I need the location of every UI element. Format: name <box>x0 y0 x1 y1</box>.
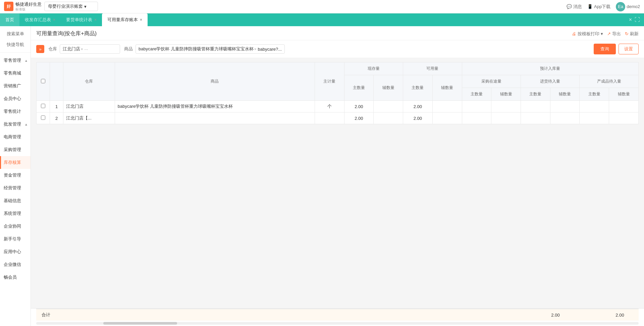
user-menu[interactable]: Ea demo2 <box>616 2 640 11</box>
th-current-stock: 现存量 <box>344 62 403 75</box>
row1-inbound-main <box>521 101 550 112</box>
row2-checkbox[interactable] <box>37 112 50 124</box>
sidebar-item-retail-mgmt[interactable]: 零售管理 ▲ <box>0 54 31 67</box>
content-area: 可用量查询(按仓库+商品) 🖨 按模板打印 ▾ ↗ 导出 ↻ 刷新 <box>31 26 644 326</box>
scrollbar-thumb[interactable] <box>103 322 177 325</box>
th-purchase-main: 主数量 <box>462 88 491 101</box>
row1-product: babycare学饮杯 儿童防摔防撞吸管杯重力球吸嘴杯宝宝水杯 <box>115 101 315 112</box>
sidebar-top: 搜索菜单 快捷导航 <box>0 26 31 53</box>
phone-icon: 📱 <box>587 4 593 9</box>
sidebar-item-member-app[interactable]: 畅会员 <box>0 271 31 284</box>
product-tag-1-close[interactable]: × <box>254 47 256 51</box>
sidebar-item-marketing[interactable]: 营销推广 <box>0 80 31 92</box>
th-product-pending: 产成品待入量 <box>580 75 639 88</box>
row1-product-aux <box>609 101 639 112</box>
sidebar-item-wechat[interactable]: 企业微信 <box>0 258 31 271</box>
select-all-checkbox[interactable] <box>41 79 45 83</box>
top-bar-right: 💬 消息 📱 App下载 Ea demo2 <box>567 2 640 11</box>
sidebar-item-guide[interactable]: 新手引导 <box>0 233 31 245</box>
row2-inbound-aux <box>550 112 580 124</box>
row2-avail-main: 2.00 <box>403 112 433 124</box>
th-product-main: 主数量 <box>580 88 609 101</box>
row1-index: 1 <box>50 101 63 112</box>
sidebar-item-inventory[interactable]: 库存核算 <box>0 156 31 169</box>
tab-keyongliang[interactable]: 可用量库存账本 × <box>102 13 148 26</box>
row2-stock-aux <box>374 112 403 124</box>
nav-expand-button[interactable]: ⛶ <box>635 17 640 23</box>
horizontal-scrollbar[interactable] <box>36 322 639 325</box>
sidebar-item-purchase[interactable]: 采购管理 <box>0 143 31 156</box>
sidebar-item-finance[interactable]: 资金管理 <box>0 169 31 182</box>
refresh-icon: ↻ <box>625 31 629 36</box>
th-avail-aux: 辅数量 <box>432 75 462 101</box>
sidebar-item-members[interactable]: 会员中心 <box>0 92 31 105</box>
sidebar: 搜索菜单 快捷导航 零售管理 ▲ 零售商城 营销推广 会员中心 零售统计 <box>0 26 31 326</box>
refresh-button[interactable]: ↻ 刷新 <box>625 31 639 37</box>
th-purchase-aux: 辅数量 <box>491 88 521 101</box>
row2-inbound-main <box>521 112 550 124</box>
settings-button[interactable]: 设置 <box>619 44 639 54</box>
sidebar-item-wholesale[interactable]: 批发管理 ▲ <box>0 118 31 131</box>
sidebar-item-basic-info[interactable]: 基础信息 <box>0 194 31 207</box>
warehouse-tag-close[interactable]: × <box>81 47 83 51</box>
tab-home[interactable]: 首页 <box>0 13 19 26</box>
warehouse-filter-input[interactable]: 江北门店 × ··· <box>60 44 120 54</box>
th-inbound-main: 主数量 <box>521 88 550 101</box>
warehouse-more-icon[interactable]: ··· <box>84 47 88 52</box>
th-unit: 主计量 <box>315 62 344 101</box>
store-selector[interactable]: 母婴行业演示账套 ▾ <box>44 2 98 11</box>
top-bar: 好 畅捷通好生意 标准版 母婴行业演示账套 ▾ 💬 消息 📱 App下载 Ea … <box>0 0 644 13</box>
warehouse-tag: 江北门店 × <box>63 46 83 52</box>
sidebar-item-retail-mall[interactable]: 零售商城 <box>0 67 31 80</box>
row2-product-aux <box>609 112 639 124</box>
row1-stock-aux <box>374 101 403 112</box>
message-button[interactable]: 💬 消息 <box>567 4 582 10</box>
row1-unit: 个 <box>315 101 344 112</box>
tab-yaohuo[interactable]: 要货单统计表 × <box>61 13 102 26</box>
row1-checkbox[interactable] <box>37 101 50 112</box>
message-icon: 💬 <box>567 4 572 9</box>
tab-close-icon[interactable]: × <box>140 17 142 22</box>
sidebar-item-system[interactable]: 系统管理 <box>0 207 31 220</box>
th-purchase-in-transit: 采购在途量 <box>462 75 521 88</box>
th-planned-in: 预计入库量 <box>462 62 639 75</box>
print-icon: 🖨 <box>572 31 576 36</box>
sidebar-item-ecommerce[interactable]: 电商管理 <box>0 131 31 143</box>
nav-tabs: 首页 收发存汇总表 × 要货单统计表 × 可用量库存账本 × × ⛶ <box>0 13 644 26</box>
app-download-button[interactable]: 📱 App下载 <box>587 4 610 10</box>
sidebar-item-enterprise[interactable]: 企业协同 <box>0 220 31 233</box>
print-button[interactable]: 🖨 按模板打印 ▾ <box>572 31 603 37</box>
logo-text: 畅捷通好生意 标准版 <box>15 2 42 12</box>
th-inbound-pending: 进货待入量 <box>521 75 579 88</box>
top-bar-left: 好 畅捷通好生意 标准版 母婴行业演示账套 ▾ <box>4 2 98 12</box>
th-stock-aux: 辅数量 <box>374 75 403 101</box>
product-filter-input[interactable]: babycare学饮杯 儿童防摔防撞吸管杯重力球吸嘴杯宝宝水杯 × babyca… <box>136 44 285 54</box>
tab-close-icon[interactable]: × <box>94 17 97 22</box>
row2-product <box>115 112 315 124</box>
query-button[interactable]: 查询 <box>594 44 616 54</box>
row1-purchase-main <box>462 101 491 112</box>
product-filter-group: 商品 babycare学饮杯 儿童防摔防撞吸管杯重力球吸嘴杯宝宝水杯 × bab… <box>124 44 285 54</box>
export-button[interactable]: ↗ 导出 <box>607 31 621 37</box>
row2-unit <box>315 112 344 124</box>
product-label: 商品 <box>124 46 133 52</box>
sidebar-item-operations[interactable]: 经营管理 <box>0 182 31 194</box>
th-product-aux: 辅数量 <box>609 88 639 101</box>
th-checkbox <box>37 62 50 101</box>
search-menu-button[interactable]: 搜索菜单 <box>1 29 29 39</box>
tab-shoufacun[interactable]: 收发存汇总表 × <box>19 13 61 26</box>
row1-stock-main: 2.00 <box>344 101 374 112</box>
logo-icon: 好 <box>4 2 13 11</box>
sidebar-item-app-center[interactable]: 应用中心 <box>0 245 31 258</box>
warehouse-label: 仓库 <box>48 46 57 52</box>
tab-close-icon[interactable]: × <box>53 17 55 22</box>
filter-bar: » 仓库 江北门店 × ··· 商品 babycare学饮杯 儿童防摔防撞吸管杯… <box>31 40 644 58</box>
sidebar-item-retail-stats[interactable]: 零售统计 <box>0 105 31 118</box>
data-table: 仓库 商品 主计量 现存量 可用量 预计入库量 主数量 辅数量 主数量 辅数量 … <box>36 62 639 124</box>
row2-product-main <box>580 112 609 124</box>
bottom-area: 合计 2.00 2.00 <box>31 308 644 326</box>
quick-nav-button[interactable]: 快捷导航 <box>1 40 29 50</box>
filter-toggle-button[interactable]: » <box>36 45 44 53</box>
warehouse-filter-group: 仓库 江北门店 × ··· <box>48 44 120 54</box>
nav-close-button[interactable]: × <box>629 17 632 23</box>
